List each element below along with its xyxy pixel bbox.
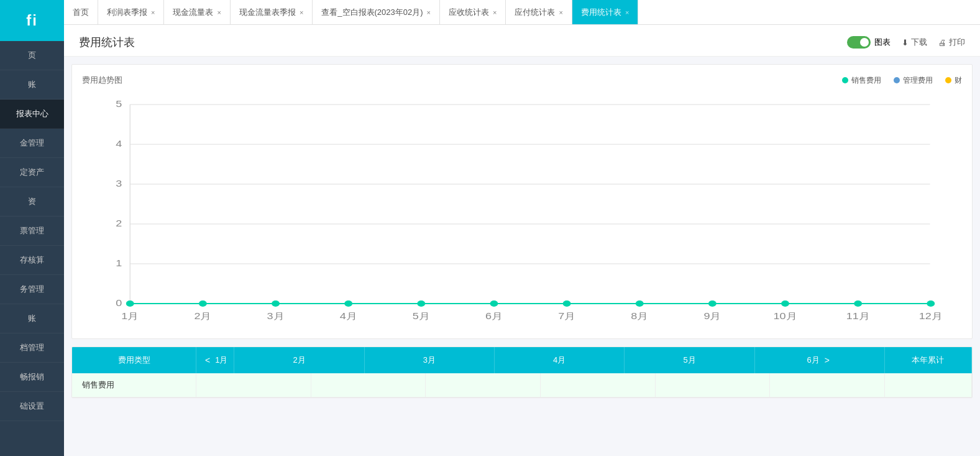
tab-expense-stat[interactable]: 费用统计表 ×: [572, 0, 638, 25]
chart-point: [417, 300, 425, 307]
svg-text:0: 0: [116, 298, 122, 308]
svg-text:2月: 2月: [194, 311, 211, 321]
td-month-2: [311, 373, 426, 397]
tab-payable-close[interactable]: ×: [559, 9, 562, 16]
sidebar-item-home[interactable]: 页: [0, 41, 64, 70]
td-type: 销售费用: [72, 373, 196, 397]
tab-receivable[interactable]: 应收统计表 ×: [440, 0, 506, 25]
tab-cashflow-close[interactable]: ×: [217, 9, 221, 16]
svg-text:2: 2: [116, 218, 122, 228]
chart-point: [927, 300, 935, 307]
sidebar: fi 页 账 报表中心 金管理 定资产 资 票管理 存核算 务管理 账 档管理 …: [0, 0, 64, 456]
table-row: 销售费用: [72, 373, 972, 398]
tab-bar: 首页 利润表季报 × 现金流量表 × 现金流量表季报 × 查看_空白报表(202…: [64, 0, 980, 25]
td-month-6: [770, 373, 885, 397]
sidebar-item-invoice[interactable]: 票管理: [0, 216, 64, 246]
td-month-3: [426, 373, 541, 397]
chart-toggle-label: 图表: [874, 37, 891, 48]
svg-text:11月: 11月: [846, 311, 870, 321]
tab-receivable-close[interactable]: ×: [493, 9, 497, 16]
tab-cashflow[interactable]: 现金流量表 ×: [164, 0, 230, 25]
svg-text:5: 5: [116, 99, 122, 109]
header-actions: 图表 ⬇ 下载 🖨 打印: [847, 36, 965, 49]
next-month-button[interactable]: >: [822, 355, 832, 365]
chart-title: 费用趋势图: [82, 75, 122, 86]
sidebar-item-ledger[interactable]: 账: [0, 304, 64, 333]
td-month-4: [541, 373, 656, 397]
legend-admin: 管理费用: [894, 75, 933, 86]
tab-profit[interactable]: 利润表季报 ×: [98, 0, 164, 25]
svg-text:6月: 6月: [485, 311, 503, 321]
download-button[interactable]: ⬇ 下载: [902, 37, 927, 48]
main-area: 首页 利润表季报 × 现金流量表 × 现金流量表季报 × 查看_空白报表(202…: [64, 0, 980, 456]
chart-point: [344, 300, 352, 307]
print-icon: 🖨: [938, 38, 946, 47]
legend-finance: 财: [945, 75, 962, 86]
download-label: 下载: [911, 37, 927, 48]
chart-svg: 0 1 2 3 4 5 1月 2月 3月 4月 5月 6月 7月: [82, 92, 962, 328]
sidebar-logo: fi: [0, 0, 64, 41]
tab-payable[interactable]: 应付统计表 ×: [506, 0, 572, 25]
legend-sales-dot: [842, 77, 848, 83]
sidebar-item-account[interactable]: 账: [0, 70, 64, 100]
chart-point: [490, 300, 498, 307]
th-month-3: 3月: [365, 347, 495, 373]
tab-blank-close[interactable]: ×: [427, 9, 431, 16]
chart-toggle[interactable]: [847, 36, 871, 49]
tab-cashflow-q[interactable]: 现金流量表季报 ×: [231, 0, 313, 25]
sidebar-item-archive[interactable]: 档管理: [0, 333, 64, 363]
svg-text:8月: 8月: [631, 311, 648, 321]
sidebar-item-finance[interactable]: 金管理: [0, 129, 64, 158]
svg-text:1月: 1月: [121, 311, 139, 321]
chart-point: [854, 300, 862, 307]
tab-blank[interactable]: 查看_空白报表(2023年02月) ×: [313, 0, 440, 25]
th-type: 费用类型: [72, 347, 196, 373]
td-month-5: [656, 373, 771, 397]
page-title: 费用统计表: [79, 35, 135, 50]
table-header: 费用类型 < 1月 2月 3月 4月 5月 6月 > 本年累计: [72, 347, 972, 373]
svg-text:7月: 7月: [558, 311, 575, 321]
sidebar-item-assets[interactable]: 定资产: [0, 158, 64, 187]
chart-header: 费用趋势图 销售费用 管理费用 财: [82, 75, 962, 86]
chart-point: [199, 300, 207, 307]
td-total: [885, 373, 972, 397]
legend-admin-label: 管理费用: [903, 75, 933, 86]
chart-section: 费用趋势图 销售费用 管理费用 财: [71, 64, 973, 339]
chart-point: [708, 300, 717, 307]
legend-admin-dot: [894, 77, 900, 83]
th-month-6: 6月 >: [755, 347, 885, 373]
tab-expense-stat-close[interactable]: ×: [625, 9, 629, 16]
sidebar-item-capital[interactable]: 资: [0, 187, 64, 216]
print-button[interactable]: 🖨 打印: [938, 37, 965, 48]
th-month-1: < 1月: [196, 347, 234, 373]
svg-text:4: 4: [116, 139, 122, 149]
svg-text:5月: 5月: [413, 311, 430, 321]
page-content: 费用统计表 图表 ⬇ 下载 🖨 打印 费用趋势图: [64, 25, 980, 456]
page-header: 费用统计表 图表 ⬇ 下载 🖨 打印: [64, 25, 980, 57]
td-month-1: [196, 373, 311, 397]
tab-home[interactable]: 首页: [64, 0, 98, 25]
tab-cashflow-q-close[interactable]: ×: [300, 9, 303, 16]
print-label: 打印: [949, 37, 965, 48]
legend-finance-label: 财: [955, 75, 962, 86]
legend-sales-label: 销售费用: [851, 75, 881, 86]
sidebar-item-expense[interactable]: 畅报销: [0, 363, 64, 392]
chart-point: [126, 300, 134, 307]
svg-text:12月: 12月: [919, 311, 943, 321]
chart-legend: 销售费用 管理费用 财: [842, 75, 962, 86]
sidebar-item-settings[interactable]: 础设置: [0, 392, 64, 421]
svg-text:1: 1: [116, 258, 122, 268]
prev-month-button[interactable]: <: [203, 355, 213, 365]
expense-table: 费用类型 < 1月 2月 3月 4月 5月 6月 > 本年累计 销售费用: [71, 347, 973, 398]
chart-point: [781, 300, 789, 307]
chart-point: [563, 300, 571, 307]
chart-toggle-wrap: 图表: [847, 36, 891, 49]
tab-profit-close[interactable]: ×: [151, 9, 155, 16]
th-month-5: 5月: [625, 347, 754, 373]
sidebar-item-business[interactable]: 务管理: [0, 275, 64, 304]
svg-text:10月: 10月: [774, 311, 797, 321]
svg-text:3: 3: [116, 179, 122, 188]
legend-sales: 销售费用: [842, 75, 881, 86]
sidebar-item-reports[interactable]: 报表中心: [0, 100, 64, 129]
sidebar-item-inventory[interactable]: 存核算: [0, 246, 64, 275]
